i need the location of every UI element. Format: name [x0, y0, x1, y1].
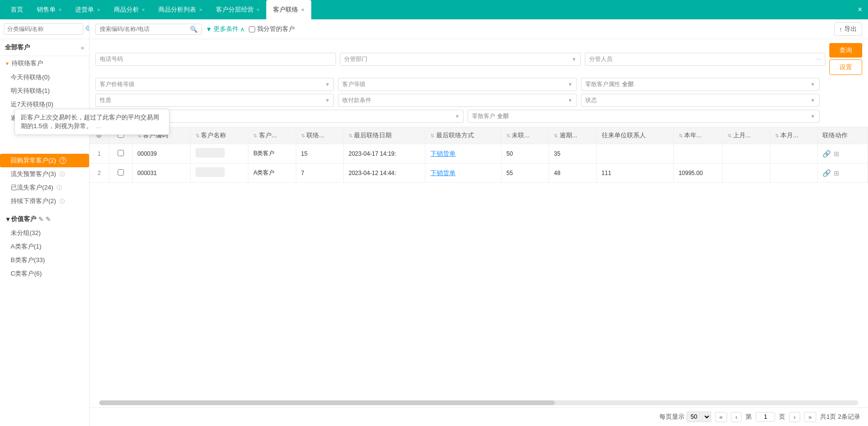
close-all-tabs-button[interactable]: × [858, 5, 862, 14]
nav-product-list[interactable]: 商品分析列表 × [152, 0, 209, 19]
value-group-edit2-icon[interactable]: ✎ [46, 216, 51, 223]
sidebar-item-c-class[interactable]: C类客户(6) [0, 267, 89, 280]
first-page-button[interactable]: « [715, 412, 727, 422]
main-search-icon[interactable]: 🔍 [190, 26, 198, 33]
col-this-year-sort-icon[interactable]: ⇅ [679, 133, 683, 138]
sidebar-anomaly-group: 回购异常客户(2) ? 流失预警客户(3) ⓘ 已流失客户(24) ⓘ 持续下滑… [0, 154, 89, 208]
cell-overdue: 48 [549, 163, 596, 183]
sidebar-collapse-icon[interactable]: » [81, 44, 84, 51]
cell-last-method[interactable]: 下销货单 [426, 163, 502, 183]
cell-this-month [770, 163, 817, 183]
close-product-list-icon[interactable]: × [199, 7, 202, 13]
col-last-month-sort-icon[interactable]: ⇅ [728, 133, 731, 138]
payment-label: 收付款条件 [342, 96, 371, 104]
cell-contact-person: 111 [596, 163, 673, 183]
sidebar-item-lost[interactable]: 已流失客户(24) ⓘ [0, 181, 89, 194]
info-icon: ? [60, 157, 66, 164]
retail-attr-filter[interactable]: 零散客户属性 全部 ▼ [581, 78, 820, 91]
status-filter[interactable]: 状态 ▼ [581, 94, 820, 107]
gender-filter[interactable]: 性质 ▼ [95, 94, 334, 107]
action-link-icon[interactable]: 🔗 [822, 169, 831, 177]
sidebar-item-ungrouped[interactable]: 未分组(32) [0, 226, 89, 240]
nav-customer-contact[interactable]: 客户联络 × [266, 0, 311, 19]
sidebar-item-today[interactable]: 今天待联络(0) [0, 71, 89, 84]
col-overdue-sort-icon[interactable]: ⇅ [554, 133, 558, 138]
col-name-sort-icon[interactable]: ⇅ [196, 133, 199, 138]
set-button[interactable]: 设置 [829, 59, 862, 75]
cell-checkbox[interactable] [109, 144, 132, 163]
close-product-analysis-icon[interactable]: × [142, 7, 145, 13]
nav-home[interactable]: 首页 [4, 0, 30, 19]
phone-filter[interactable]: 电话号码 [95, 53, 336, 66]
close-sales-icon[interactable]: × [59, 7, 61, 13]
gender-label: 性质 [100, 96, 111, 104]
horizontal-scrollbar-thumb[interactable] [99, 400, 555, 405]
close-customer-tier-icon[interactable]: × [257, 7, 259, 13]
sidebar-search-bar: 🔍 [0, 19, 89, 39]
col-last-date: ⇅ 最后联络日期 [344, 127, 426, 144]
col-contact-sort-icon[interactable]: ⇅ [301, 133, 305, 138]
col-last-date-sort-icon[interactable]: ⇅ [349, 133, 352, 138]
export-button[interactable]: ↑ 导出 [834, 22, 863, 36]
next-page-button[interactable]: › [789, 412, 800, 422]
action-link-icon[interactable]: 🔗 [822, 150, 831, 158]
nav-purchase[interactable]: 进货单 × [68, 0, 107, 19]
filter-row-2: 客户价格等级 ▼ 客户等级 ▼ 零散客户属性 全部 ▼ [95, 78, 862, 91]
cell-action: 🔗 ⊞ [818, 144, 868, 163]
col-type-sort-icon[interactable]: ⇅ [253, 133, 257, 138]
sidebar-search-input[interactable] [4, 23, 83, 35]
col-last-method-sort-icon[interactable]: ⇅ [430, 133, 434, 138]
nav-product-analysis[interactable]: 商品分析 × [107, 0, 152, 19]
cell-name[interactable] [190, 144, 248, 163]
col-overdue: ⇅ 逾期... [549, 127, 596, 144]
col-last-method: ⇅ 最后联络方式 [426, 127, 502, 144]
cell-name[interactable] [190, 163, 248, 183]
customer-level-chevron-icon: ▼ [568, 82, 573, 87]
action-grid-icon[interactable]: ⊞ [834, 169, 839, 177]
customer-level-filter[interactable]: 客户等级 ▼ [338, 78, 577, 91]
cell-last-date: 2023-04-12 14:44: [344, 163, 426, 183]
sidebar-item-tomorrow[interactable]: 明天待联络(1) [0, 84, 89, 98]
cell-action: 🔗 ⊞ [818, 163, 868, 183]
cell-pending: 55 [501, 163, 548, 183]
close-customer-contact-icon[interactable]: × [301, 7, 304, 13]
sidebar-item-a-class[interactable]: A类客户(1) [0, 240, 89, 253]
value-group-edit-icon[interactable]: ✎ [38, 216, 44, 223]
prev-page-button[interactable]: ‹ [731, 412, 742, 422]
horizontal-scrollbar[interactable] [99, 400, 858, 405]
last-page-button[interactable]: » [804, 412, 816, 422]
person-more-icon[interactable]: ··· [816, 56, 821, 62]
sidebar-item-repurchase-anomaly[interactable]: 回购异常客户(2) ? [0, 154, 89, 167]
col-contact-person: 往来单位联系人 [596, 127, 673, 144]
cell-last-month [722, 163, 770, 183]
price-level-filter[interactable]: 客户价格等级 ▼ [95, 78, 334, 91]
sidebar-item-b-class[interactable]: B类客户(33) [0, 253, 89, 267]
retail-customer-filter[interactable]: 零散客户 全部 ▼ [468, 110, 820, 123]
sidebar-pending-group-title[interactable]: ▼ 待联络客户 [0, 56, 89, 71]
search-input[interactable] [100, 26, 190, 32]
cell-this-month [770, 144, 817, 163]
cell-last-method[interactable]: 下销货单 [426, 144, 502, 163]
close-purchase-icon[interactable]: × [97, 7, 100, 13]
cell-type: B类客户 [248, 144, 296, 163]
table-row: 2 000031 A类客户 7 2023-04-12 14:44: 下销货单 5… [90, 163, 868, 183]
nav-customer-tier[interactable]: 客户分层经营 × [209, 0, 266, 19]
query-button[interactable]: 查询 [829, 43, 862, 58]
sidebar-search-icon[interactable]: 🔍 [85, 26, 90, 33]
more-conditions-button[interactable]: ▼ 更多条件 ∧ [206, 25, 245, 33]
action-grid-icon[interactable]: ⊞ [834, 150, 839, 158]
payment-filter[interactable]: 收付款条件 ▼ [338, 94, 577, 107]
page-number-input[interactable] [756, 412, 775, 422]
retail-customer-chevron-icon: ▼ [810, 114, 815, 119]
cell-contact-person [596, 144, 673, 163]
person-filter[interactable]: 分管人员 ··· [585, 53, 825, 66]
col-pending-sort-icon[interactable]: ⇅ [506, 133, 510, 138]
cell-checkbox[interactable] [109, 163, 132, 183]
sidebar-item-loss-warning[interactable]: 流失预警客户(3) ⓘ [0, 167, 89, 181]
my-customer-checkbox[interactable] [249, 26, 255, 32]
dept-filter[interactable]: 分管部门 ▼ [340, 53, 580, 66]
nav-sales[interactable]: 销售单 × [30, 0, 68, 19]
per-page-select[interactable]: 50 20 100 [686, 411, 711, 422]
sidebar-item-declining[interactable]: 持续下滑客户(2) ⓘ [0, 194, 89, 208]
col-this-month-sort-icon[interactable]: ⇅ [775, 133, 779, 138]
